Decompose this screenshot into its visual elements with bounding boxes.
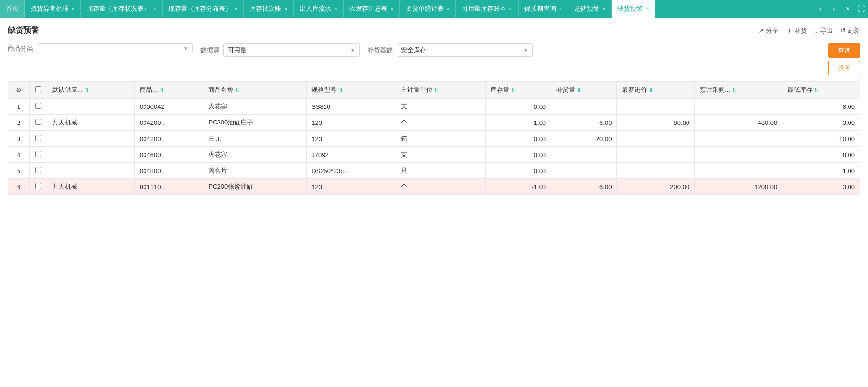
- restock-base-select[interactable]: 安全库存 ▼: [397, 43, 533, 57]
- row-number: 5: [8, 163, 30, 179]
- th-latest-price[interactable]: 最新进价 ⇅: [617, 82, 695, 99]
- tab-label: 现存量（库存状况表）: [87, 4, 150, 13]
- th-spec[interactable]: 规格型号 ⇅: [307, 82, 396, 99]
- tab-inventory-dist[interactable]: 现存量（库存分布表） ×: [163, 0, 244, 18]
- th-settings[interactable]: ⚙: [8, 82, 30, 99]
- cell-est-purchase: [695, 147, 782, 163]
- row-checkbox-cell[interactable]: [30, 163, 47, 179]
- th-min-stock[interactable]: 最低库存 ⇅: [782, 82, 860, 99]
- tab-home[interactable]: 首页: [0, 0, 25, 18]
- tab-prev-button[interactable]: ‹: [814, 0, 827, 18]
- cell-restock-qty: [551, 163, 617, 179]
- settings-button[interactable]: 设置: [828, 61, 860, 75]
- cell-product-name: 火花塞: [203, 99, 307, 115]
- tab-overstock[interactable]: 超储预警 ×: [568, 0, 612, 18]
- restock-button[interactable]: ＋ 补货: [786, 26, 807, 35]
- tab-close[interactable]: ×: [447, 6, 450, 12]
- tab-close[interactable]: ×: [602, 6, 605, 12]
- cell-est-purchase: 480.00: [695, 115, 782, 131]
- tab-label: 要货单统计表: [406, 4, 444, 13]
- sort-icon: ⇅: [649, 88, 653, 93]
- row-checkbox-cell[interactable]: [30, 179, 47, 195]
- cell-latest-price: [617, 99, 695, 115]
- cell-min-stock: 8.00: [782, 99, 860, 115]
- cell-restock-qty: [551, 99, 617, 115]
- cell-unit: 支: [396, 147, 485, 163]
- cell-product-code: 0000042: [135, 99, 203, 115]
- tab-navigation: ‹ › × ⛶: [814, 0, 868, 18]
- row-checkbox[interactable]: [35, 119, 41, 125]
- restock-label: 补货: [795, 26, 807, 35]
- tab-batch-account[interactable]: 库存批次账 ×: [244, 0, 293, 18]
- th-est-purchase[interactable]: 预计采购... ⇅: [695, 82, 782, 99]
- tab-available-ledger[interactable]: 可用量库存账本 ×: [456, 0, 518, 18]
- export-button[interactable]: ↓ 导出: [815, 26, 833, 35]
- cell-est-purchase: 1200.00: [695, 179, 782, 195]
- cell-spec: 123: [307, 179, 396, 195]
- th-product-name[interactable]: 商品名称 ⇅: [203, 82, 307, 99]
- th-default-supplier[interactable]: 默认供应... ⇅: [47, 82, 135, 99]
- th-stock-qty[interactable]: 库存量 ⇅: [485, 82, 551, 99]
- tab-close[interactable]: ×: [646, 6, 649, 12]
- cell-spec: DS250*23c...: [307, 163, 396, 179]
- tab-close[interactable]: ×: [72, 6, 74, 12]
- row-checkbox[interactable]: [35, 151, 41, 157]
- tab-defect-process[interactable]: 拣货异常处理 ×: [25, 0, 81, 18]
- tab-close[interactable]: ×: [390, 6, 393, 12]
- th-unit[interactable]: 主计量单位 ⇅: [396, 82, 485, 99]
- tab-stockout[interactable]: 缺货预警 ×: [612, 0, 655, 18]
- th-product-code-label: 商品...: [140, 86, 158, 94]
- row-checkbox[interactable]: [35, 167, 41, 173]
- query-button[interactable]: 查询: [828, 43, 860, 58]
- tab-close[interactable]: ×: [153, 6, 156, 12]
- tab-label: 出入库流水: [300, 4, 331, 13]
- refresh-icon: ↺: [840, 27, 846, 34]
- row-checkbox-cell[interactable]: [30, 131, 47, 147]
- tab-next-button[interactable]: ›: [827, 0, 841, 18]
- row-checkbox-cell[interactable]: [30, 99, 47, 115]
- row-checkbox-cell[interactable]: [30, 115, 47, 131]
- tab-bar: 首页 拣货异常处理 × 现存量（库存状况表） × 现存量（库存分布表） × 库存…: [0, 0, 868, 18]
- th-product-code[interactable]: 商品... ⇅: [135, 82, 203, 99]
- refresh-button[interactable]: ↺ 刷新: [840, 26, 860, 35]
- cell-product-code: 004200...: [135, 115, 203, 131]
- sort-icon: ⇅: [814, 88, 818, 93]
- tab-expiry-query[interactable]: 保质期查询 ×: [519, 0, 568, 18]
- tab-label: 收发存汇总表: [349, 4, 387, 13]
- tab-window-close-button[interactable]: ×: [841, 0, 854, 18]
- cell-restock-qty: [551, 147, 617, 163]
- restock-icon: ＋: [786, 26, 793, 35]
- chevron-down-icon: ▼: [350, 48, 355, 53]
- th-restock-qty[interactable]: 补货量 ⇅: [551, 82, 617, 99]
- cell-est-purchase: [695, 131, 782, 147]
- tab-inout-flow[interactable]: 出入库流水 ×: [294, 0, 344, 18]
- tab-recv-summary[interactable]: 收发存汇总表 ×: [344, 0, 399, 18]
- category-select[interactable]: ▼: [37, 43, 193, 53]
- main-content: 缺货预警 ↗ 分享 ＋ 补货 ↓ 导出 ↺ 刷新 商品分类: [0, 18, 868, 387]
- row-checkbox[interactable]: [35, 135, 41, 141]
- row-checkbox-cell[interactable]: [30, 147, 47, 163]
- datasource-select[interactable]: 可用量 ▼: [223, 43, 360, 57]
- tab-close[interactable]: ×: [334, 6, 337, 12]
- tab-label: 缺货预警: [617, 4, 643, 13]
- share-button[interactable]: ↗ 分享: [759, 26, 778, 35]
- select-all-checkbox[interactable]: [35, 86, 41, 92]
- tab-close[interactable]: ×: [235, 6, 237, 12]
- tab-fullscreen-button[interactable]: ⛶: [854, 0, 868, 18]
- cell-stock-qty: -1.00: [485, 115, 551, 131]
- tab-close[interactable]: ×: [509, 6, 512, 12]
- share-icon: ↗: [759, 27, 764, 34]
- sort-icon: ⇅: [339, 88, 343, 93]
- tab-close[interactable]: ×: [559, 6, 562, 12]
- cell-est-purchase: [695, 99, 782, 115]
- tab-order-stats[interactable]: 要货单统计表 ×: [400, 0, 456, 18]
- sort-icon: ⇅: [235, 88, 239, 93]
- row-checkbox[interactable]: [35, 103, 41, 109]
- row-checkbox[interactable]: [35, 183, 41, 189]
- cell-stock-qty: -1.00: [485, 179, 551, 195]
- th-product-name-label: 商品名称: [208, 86, 234, 94]
- tab-inventory-status[interactable]: 现存量（库存状况表） ×: [81, 0, 162, 18]
- th-restock-qty-label: 补货量: [556, 86, 575, 94]
- tab-close[interactable]: ×: [284, 6, 287, 12]
- share-label: 分享: [766, 26, 778, 35]
